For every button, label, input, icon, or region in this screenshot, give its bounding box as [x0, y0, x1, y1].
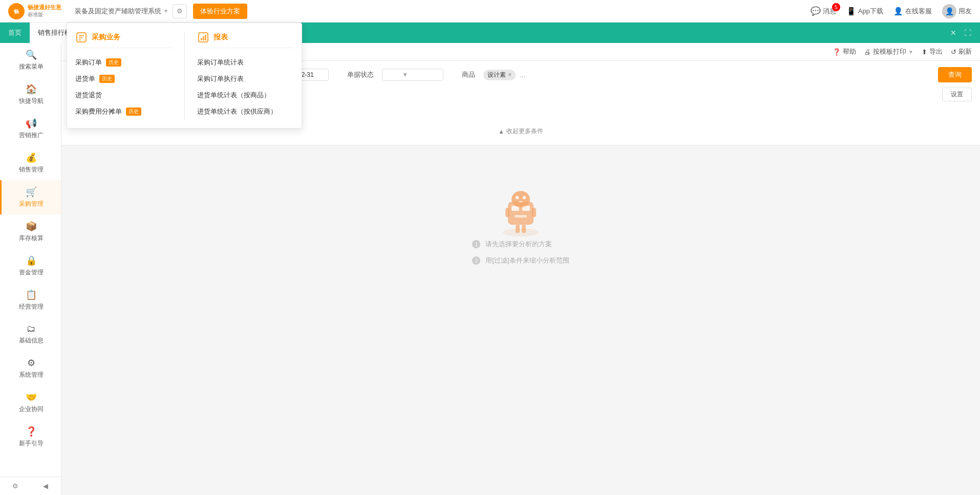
inbound-label: 进货单 [75, 74, 95, 83]
menu-business-title: 采购业务 [75, 31, 172, 48]
reports-section-icon [197, 31, 209, 44]
purchase-order-stat-label: 采购订单统计表 [197, 58, 244, 67]
menu-item-inbound-stat-goods[interactable]: 进货单统计表（按商品） [197, 87, 294, 103]
menu-item-return[interactable]: 进货退货 [75, 87, 172, 103]
purchase-order-history-badge: 历史 [106, 58, 121, 67]
menu-section-business: 采购业务 采购订单 历史 进货单 历史 进货退货 采购费用分摊单 历史 [75, 31, 172, 120]
business-section-icon [75, 31, 88, 44]
inbound-history-badge: 历史 [99, 75, 115, 83]
svg-rect-21 [203, 36, 204, 40]
menu-item-purchase-order-exec[interactable]: 采购订单执行表 [197, 71, 294, 87]
menu-item-purchase-order[interactable]: 采购订单 历史 [75, 54, 172, 71]
purchase-dropdown-menu: 采购业务 采购订单 历史 进货单 历史 进货退货 采购费用分摊单 历史 报表 [67, 23, 302, 128]
menu-item-inbound-stat-supplier[interactable]: 进货单统计表（按供应商） [197, 103, 294, 120]
purchase-order-exec-label: 采购订单执行表 [197, 74, 244, 83]
business-title-text: 采购业务 [92, 33, 120, 42]
menu-item-purchase-order-stat[interactable]: 采购订单统计表 [197, 54, 294, 71]
menu-reports-title: 报表 [197, 31, 294, 48]
inbound-stat-goods-label: 进货单统计表（按商品） [197, 91, 270, 100]
purchase-order-label: 采购订单 [75, 58, 102, 67]
menu-section-reports: 报表 采购订单统计表 采购订单执行表 进货单统计表（按商品） 进货单统计表（按供… [197, 31, 294, 120]
svg-rect-22 [205, 35, 206, 40]
svg-rect-20 [201, 38, 202, 40]
expense-history-badge: 历史 [126, 107, 141, 116]
reports-title-text: 报表 [214, 33, 228, 42]
svg-rect-15 [77, 33, 86, 42]
menu-item-inbound[interactable]: 进货单 历史 [75, 71, 172, 87]
expense-label: 采购费用分摊单 [75, 107, 122, 116]
menu-item-expense[interactable]: 采购费用分摊单 历史 [75, 103, 172, 120]
return-label: 进货退货 [75, 91, 102, 100]
inbound-stat-supplier-label: 进货单统计表（按供应商） [197, 107, 277, 116]
menu-divider [184, 31, 185, 120]
